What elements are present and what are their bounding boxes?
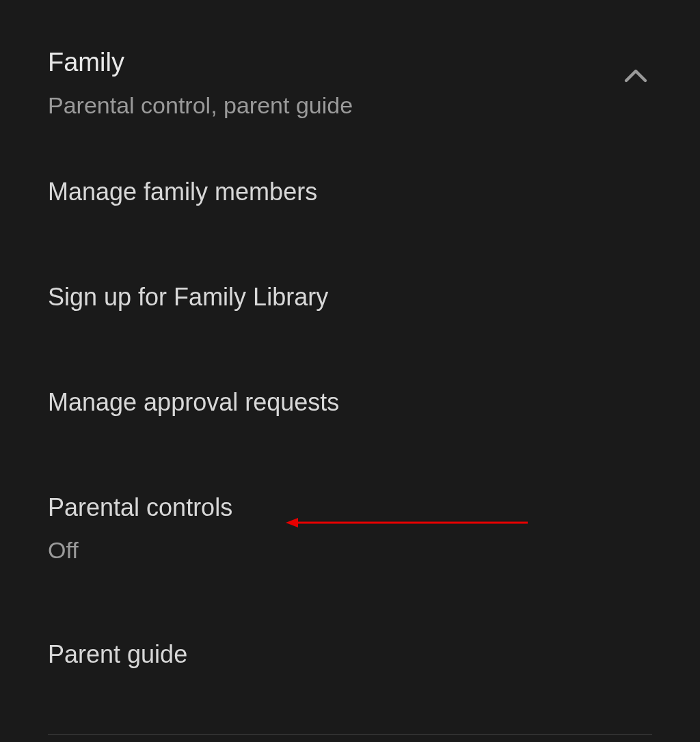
parent-guide-item[interactable]: Parent guide [0,602,700,707]
chevron-up-icon [619,60,652,93]
sign-up-family-library-item[interactable]: Sign up for Family Library [0,245,700,350]
menu-item-title: Parent guide [48,640,652,669]
settings-container: Family Parental control, parent guide Ma… [0,0,700,735]
menu-item-title: Sign up for Family Library [48,283,652,312]
menu-item-title: Parental controls [48,493,652,522]
menu-item-title: Manage approval requests [48,388,652,417]
divider [48,734,652,735]
manage-approval-requests-item[interactable]: Manage approval requests [0,350,700,455]
section-title: Family [48,48,619,77]
family-section-header[interactable]: Family Parental control, parent guide [0,0,700,139]
menu-item-subtitle: Off [48,537,652,564]
menu-item-title: Manage family members [48,178,652,206]
section-header-text: Family Parental control, parent guide [48,48,619,119]
section-subtitle: Parental control, parent guide [48,92,619,119]
parental-controls-item[interactable]: Parental controls Off [0,455,700,602]
manage-family-members-item[interactable]: Manage family members [0,139,700,245]
